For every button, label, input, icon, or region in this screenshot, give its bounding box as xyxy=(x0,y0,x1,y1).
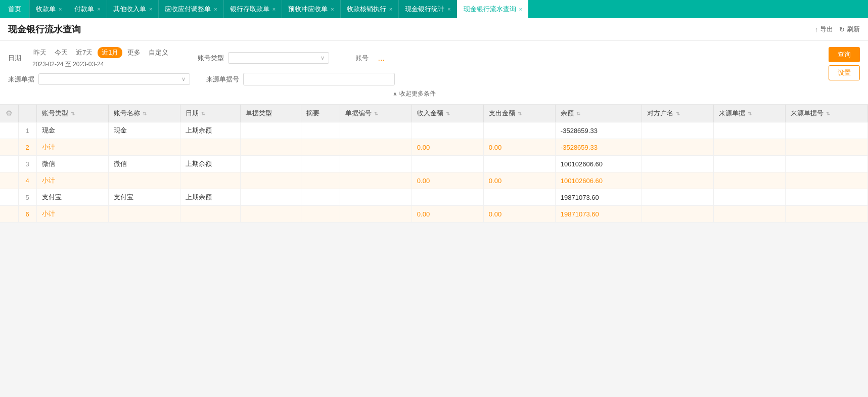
col-doc-no[interactable]: 单据编号 ⇅ xyxy=(340,105,412,122)
refresh-button[interactable]: ↻ 刷新 xyxy=(839,25,860,34)
nav-home[interactable]: 首页 xyxy=(0,0,29,18)
col-date[interactable]: 日期 ⇅ xyxy=(180,105,241,122)
tab-close-icon[interactable]: × xyxy=(331,6,334,12)
row-source-doc-no xyxy=(785,172,867,189)
tab-close-icon[interactable]: × xyxy=(214,6,217,12)
settings-button[interactable]: 设置 xyxy=(829,65,860,80)
date-options-line: 昨天今天近7天近1月更多自定义 xyxy=(30,47,171,58)
row-expense xyxy=(483,156,555,172)
date-option[interactable]: 自定义 xyxy=(146,47,171,58)
nav-tab-label: 其他收入单 xyxy=(113,5,146,14)
export-label: 导出 xyxy=(820,25,833,34)
table-header: ⚙ 账号类型 ⇅ 账号名称 ⇅ 日期 ⇅ 单据类型 摘要 单据编号 ⇅ 收入金额… xyxy=(0,105,868,122)
nav-tab[interactable]: 现金银行统计× xyxy=(398,0,456,18)
row-source-doc-no xyxy=(785,189,867,206)
date-option[interactable]: 更多 xyxy=(124,47,144,58)
col-settings[interactable]: ⚙ xyxy=(0,105,18,122)
nav-tab-label: 银行存取款单 xyxy=(230,5,269,14)
sort-icon-income: ⇅ xyxy=(446,111,450,116)
account-dots[interactable]: ... xyxy=(378,54,384,63)
row-doc-no xyxy=(340,139,412,156)
col-balance[interactable]: 余额 ⇅ xyxy=(555,105,642,122)
row-account-name: 现金 xyxy=(108,122,180,139)
tab-close-icon[interactable]: × xyxy=(59,6,62,12)
source-doc-select[interactable]: ∨ xyxy=(38,73,190,85)
row-balance: 100102606.60 xyxy=(555,172,642,189)
tab-close-icon[interactable]: × xyxy=(97,6,100,12)
collapse-label: 收起更多条件 xyxy=(399,90,436,98)
tab-close-icon[interactable]: × xyxy=(272,6,276,12)
filter-area: 日期 昨天今天近7天近1月更多自定义 2023-02-24 至 2023-03-… xyxy=(0,41,868,105)
row-account-type: 小计 xyxy=(36,172,108,189)
col-summary: 摘要 xyxy=(301,105,340,122)
nav-tab-label: 预收冲应收单 xyxy=(288,5,328,14)
col-expense[interactable]: 支出金额 ⇅ xyxy=(483,105,555,122)
nav-tab[interactable]: 其他收入单× xyxy=(107,0,158,18)
row-doc-no xyxy=(340,156,412,172)
row-doc-type xyxy=(241,156,301,172)
nav-tab-label: 收款单 xyxy=(36,5,56,14)
query-button[interactable]: 查询 xyxy=(829,47,860,62)
row-settings-cell xyxy=(0,139,18,156)
nav-tab[interactable]: 付款单× xyxy=(68,0,106,18)
row-income: 0.00 xyxy=(412,206,483,223)
sort-icon-balance: ⇅ xyxy=(576,111,580,116)
row-source-doc xyxy=(713,122,785,139)
row-summary xyxy=(301,172,340,189)
export-button[interactable]: ↑ 导出 xyxy=(815,25,834,34)
nav-tab-label: 收款核销执行 xyxy=(347,5,386,14)
row-doc-type xyxy=(241,189,301,206)
date-option[interactable]: 昨天 xyxy=(30,47,50,58)
date-option[interactable]: 近1月 xyxy=(98,47,122,58)
top-navigation: 首页 收款单×付款单×其他收入单×应收应付调整单×银行存取款单×预收冲应收单×收… xyxy=(0,0,868,18)
account-type-select[interactable]: ∨ xyxy=(228,52,329,64)
row-income xyxy=(412,189,483,206)
nav-tab-label: 现金银行流水查询 xyxy=(464,5,516,14)
row-settings-cell xyxy=(0,189,18,206)
refresh-icon: ↻ xyxy=(839,26,845,33)
table-row: 2 小计 0.00 0.00 -3528659.33 xyxy=(0,139,868,156)
tab-close-icon[interactable]: × xyxy=(149,6,152,12)
page-title: 现金银行流水查询 xyxy=(8,23,81,35)
source-doc-no-input[interactable] xyxy=(243,73,395,85)
table-container: ⚙ 账号类型 ⇅ 账号名称 ⇅ 日期 ⇅ 单据类型 摘要 单据编号 ⇅ 收入金额… xyxy=(0,105,868,223)
date-range: 2023-02-24 至 2023-03-24 xyxy=(32,60,171,69)
tab-close-icon[interactable]: × xyxy=(389,6,392,12)
row-doc-no xyxy=(340,122,412,139)
col-source-doc[interactable]: 来源单据 ⇅ xyxy=(713,105,785,122)
row-num-cell: 3 xyxy=(18,156,36,172)
date-option[interactable]: 近7天 xyxy=(73,47,96,58)
source-doc-chevron-icon: ∨ xyxy=(181,76,186,82)
nav-tab[interactable]: 应收应付调整单× xyxy=(158,0,223,18)
account-label: 账号 xyxy=(355,54,374,63)
date-option[interactable]: 今天 xyxy=(52,47,71,58)
account-type-label: 账号类型 xyxy=(198,54,224,63)
row-doc-type xyxy=(241,172,301,189)
tab-close-icon[interactable]: × xyxy=(447,6,450,12)
nav-tab[interactable]: 收款单× xyxy=(29,0,68,18)
export-icon: ↑ xyxy=(815,26,818,33)
table-row: 6 小计 0.00 0.00 19871073.60 xyxy=(0,206,868,223)
tab-close-icon[interactable]: × xyxy=(519,6,522,12)
nav-tab[interactable]: 收款核销执行× xyxy=(340,0,398,18)
row-account-name xyxy=(108,172,180,189)
col-income[interactable]: 收入金额 ⇅ xyxy=(412,105,483,122)
refresh-label: 刷新 xyxy=(847,25,860,34)
nav-tab[interactable]: 现金银行流水查询× xyxy=(457,0,528,18)
row-income xyxy=(412,156,483,172)
row-counterpart xyxy=(642,122,713,139)
sort-icon-expense: ⇅ xyxy=(518,111,522,116)
date-label: 日期 xyxy=(8,54,26,63)
row-account-type: 小计 xyxy=(36,139,108,156)
row-doc-type xyxy=(241,122,301,139)
nav-tab[interactable]: 预收冲应收单× xyxy=(282,0,340,18)
nav-tab[interactable]: 银行存取款单× xyxy=(223,0,282,18)
collapse-bar[interactable]: ∧ 收起更多条件 xyxy=(8,90,820,98)
col-counterpart[interactable]: 对方户名 ⇅ xyxy=(642,105,713,122)
col-source-doc-no[interactable]: 来源单据号 ⇅ xyxy=(785,105,867,122)
row-balance: 100102606.60 xyxy=(555,156,642,172)
col-num xyxy=(18,105,36,122)
nav-tab-label: 现金银行统计 xyxy=(405,5,444,14)
col-account-name[interactable]: 账号名称 ⇅ xyxy=(108,105,180,122)
col-account-type[interactable]: 账号类型 ⇅ xyxy=(36,105,108,122)
